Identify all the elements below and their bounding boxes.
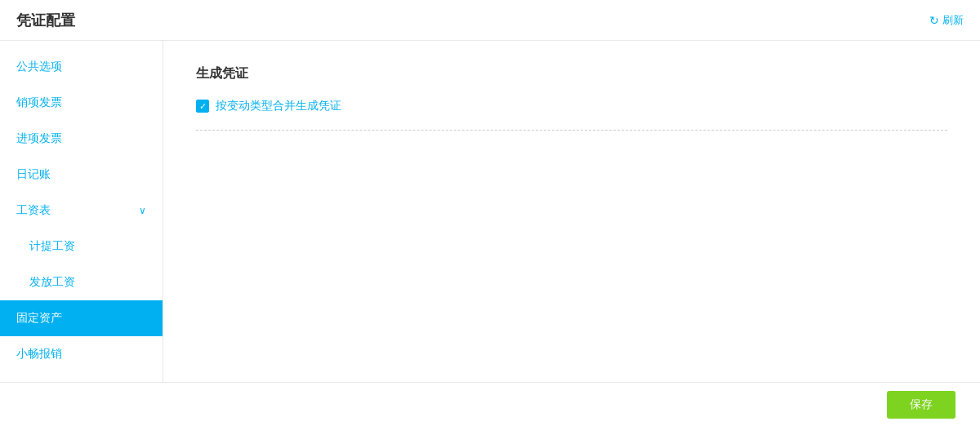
sidebar-item-public-options[interactable]: 公共选项 xyxy=(0,49,163,85)
page-title: 凭证配置 xyxy=(16,11,75,30)
checkbox-row: ✓ 按变动类型合并生成凭证 xyxy=(196,99,947,113)
header: 凭证配置 ↻ 刷新 xyxy=(0,0,980,41)
sidebar-item-petty-expense[interactable]: 小畅报销 xyxy=(0,336,163,372)
body: 公共选项销项发票进项发票日记账工资表∨计提工资发放工资固定资产小畅报销 生成凭证… xyxy=(0,41,980,382)
page-wrapper: 凭证配置 ↻ 刷新 公共选项销项发票进项发票日记账工资表∨计提工资发放工资固定资… xyxy=(0,0,980,426)
refresh-button[interactable]: ↻ 刷新 xyxy=(929,13,964,28)
sidebar: 公共选项销项发票进项发票日记账工资表∨计提工资发放工资固定资产小畅报销 xyxy=(0,41,163,382)
sidebar-item-label: 发放工资 xyxy=(29,275,75,290)
check-mark-icon: ✓ xyxy=(199,102,207,111)
divider xyxy=(196,130,947,131)
footer: 保存 xyxy=(0,382,980,426)
sidebar-item-fixed-assets[interactable]: 固定资产 xyxy=(0,300,163,336)
sidebar-item-label: 计提工资 xyxy=(29,239,75,254)
merge-by-type-checkbox[interactable]: ✓ xyxy=(196,100,209,113)
sidebar-item-label: 小畅报销 xyxy=(16,347,62,362)
sidebar-item-pay-salary[interactable]: 发放工资 xyxy=(0,264,163,300)
sidebar-item-accrual-salary[interactable]: 计提工资 xyxy=(0,229,163,264)
sidebar-item-label: 固定资产 xyxy=(16,311,62,326)
sidebar-item-journal[interactable]: 日记账 xyxy=(0,157,163,193)
chevron-down-icon: ∨ xyxy=(139,205,146,216)
main-content: 生成凭证 ✓ 按变动类型合并生成凭证 xyxy=(163,41,980,382)
refresh-label: 刷新 xyxy=(942,13,964,28)
section-title: 生成凭证 xyxy=(196,65,947,82)
sidebar-item-sales-invoice[interactable]: 销项发票 xyxy=(0,85,163,121)
sidebar-item-purchase-invoice[interactable]: 进项发票 xyxy=(0,121,163,157)
sidebar-item-label: 公共选项 xyxy=(16,60,62,74)
sidebar-item-label: 进项发票 xyxy=(16,131,62,146)
sidebar-item-payroll-table[interactable]: 工资表∨ xyxy=(0,193,163,229)
sidebar-item-label: 日记账 xyxy=(16,167,51,182)
refresh-icon: ↻ xyxy=(929,14,939,27)
save-button[interactable]: 保存 xyxy=(887,391,956,419)
checkbox-label: 按变动类型合并生成凭证 xyxy=(216,99,341,113)
sidebar-item-label: 工资表 xyxy=(16,203,51,218)
sidebar-item-label: 销项发票 xyxy=(16,95,62,110)
